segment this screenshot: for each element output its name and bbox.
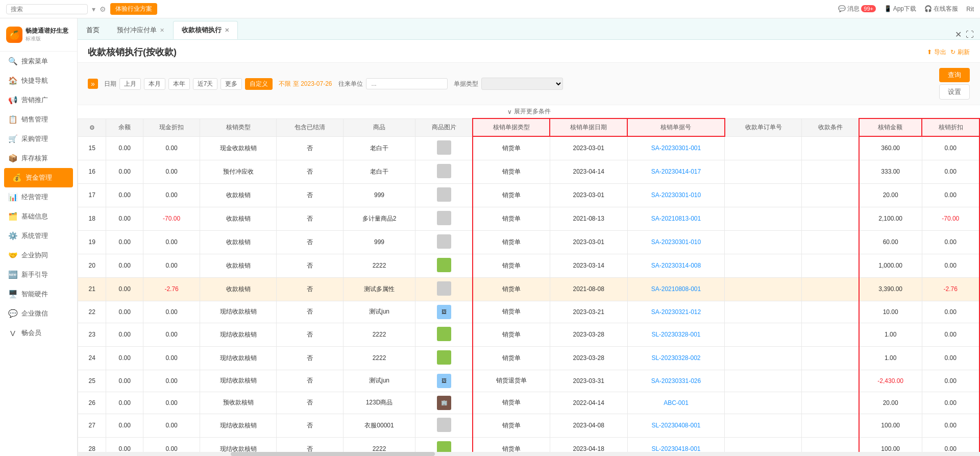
scroll-thumb[interactable] (231, 452, 435, 456)
row-writeoff-date: 2023-04-18 (550, 437, 627, 452)
query-btn[interactable]: 查询 (939, 68, 970, 82)
export-btn[interactable]: ⬆ 导出 (927, 48, 946, 57)
tab-prepay[interactable]: 预付冲应付单 ✕ (108, 21, 173, 39)
row-writeoff-type: 现结收款核销 (200, 323, 277, 346)
logo-sub: 标准版 (26, 35, 68, 42)
row-product: 2222 (343, 254, 415, 277)
row-receipt-condition (802, 207, 859, 230)
row-balance: 0.00 (106, 323, 143, 346)
date-7days[interactable]: 近7天 (193, 78, 218, 90)
row-writeoff-date: 2023-03-28 (550, 346, 627, 370)
row-cash-discount: 0.00 (143, 437, 200, 452)
row-product-img (415, 414, 473, 437)
sidebar-item-business[interactable]: 📊 经营管理 (0, 187, 77, 207)
sidebar-item-search[interactable]: 🔍 搜索菜单 (0, 52, 77, 71)
wechat-icon: 💬 (8, 309, 17, 318)
row-cash-discount: 0.00 (143, 254, 200, 277)
row-cash-discount: 0.00 (143, 160, 200, 183)
online-service-link[interactable]: 🎧 在线客服 (924, 5, 958, 13)
sidebar-item-sales[interactable]: 📋 销售管理 (0, 110, 77, 129)
col-include-settled: 包含已结清 (277, 118, 344, 136)
home-icon: 🏠 (8, 76, 17, 85)
sidebar-item-label: 智能硬件 (21, 290, 48, 299)
sidebar-item-guide[interactable]: 🆕 新手引导 (0, 265, 77, 284)
row-include-settled: 否 (277, 207, 344, 230)
row-receipt-condition (802, 346, 859, 370)
tab-home[interactable]: 首页 (78, 21, 108, 39)
doc-type-select[interactable] (481, 78, 563, 90)
dropdown-icon[interactable]: ▾ (92, 5, 95, 13)
industry-btn[interactable]: 体验行业方案 (110, 3, 157, 15)
expand-more-btn[interactable]: ∨ 展开更多条件 (507, 107, 551, 116)
row-include-settled: 否 (277, 160, 344, 183)
maximize-btn[interactable]: ⛶ (966, 30, 974, 39)
row-writeoff-discount: 0.00 (922, 183, 979, 207)
row-no: 20 (78, 254, 106, 277)
row-writeoff-doc-type: 销货单 (473, 277, 550, 301)
finance-icon: 💰 (12, 173, 21, 182)
row-writeoff-type: 现结收款核销 (200, 414, 277, 437)
sidebar-item-finance[interactable]: 💰 资金管理 (4, 168, 73, 187)
sidebar-item-label: 畅会员 (21, 328, 41, 338)
row-writeoff-doc-type: 销货单 (473, 160, 550, 183)
row-product: 123D商品 (343, 392, 415, 414)
table-row: 20 0.00 0.00 收款核销 否 2222 销货单 2023-03-14 … (78, 254, 980, 277)
page-title: 收款核销执行(按收款) (88, 46, 177, 58)
sidebar-item-marketing[interactable]: 📢 营销推广 (0, 90, 77, 110)
row-receipt-condition (802, 301, 859, 323)
app-download-link[interactable]: 📱 App下载 (884, 5, 916, 13)
row-no: 21 (78, 277, 106, 301)
row-include-settled: 否 (277, 277, 344, 301)
tab-prepay-label: 预付冲应付单 (117, 26, 157, 35)
table-row: 21 0.00 -2.76 收款核销 否 测试多属性 销货单 2021-08-0… (78, 277, 980, 301)
row-writeoff-amount: 60.00 (859, 230, 922, 254)
tab-prepay-close[interactable]: ✕ (160, 27, 164, 34)
row-include-settled: 否 (277, 370, 344, 392)
row-product: 999 (343, 183, 415, 207)
row-receipt-condition (802, 437, 859, 452)
row-receipt-order-no (725, 254, 802, 277)
row-writeoff-type: 现金收款核销 (200, 136, 277, 160)
date-last-month[interactable]: 上月 (119, 78, 141, 90)
partner-label: 往来单位 (338, 80, 363, 88)
close-window-btn[interactable]: ✕ (955, 30, 962, 39)
tab-actions: ✕ ⛶ (955, 30, 980, 39)
date-this-year[interactable]: 本年 (168, 78, 190, 90)
row-writeoff-discount: 0.00 (922, 136, 979, 160)
sidebar-item-system[interactable]: ⚙️ 系统管理 (0, 226, 77, 246)
sidebar-item-collab[interactable]: 🤝 企业协同 (0, 246, 77, 265)
row-receipt-condition (802, 392, 859, 414)
sidebar-item-hardware[interactable]: 🖥️ 智能硬件 (0, 284, 77, 304)
tab-receipt[interactable]: 收款核销执行 ✕ (173, 21, 238, 39)
sidebar-item-wechat[interactable]: 💬 企业微信 (0, 304, 77, 323)
sidebar-item-inventory[interactable]: 📦 库存核算 (0, 149, 77, 168)
refresh-btn[interactable]: ↻ 刷新 (950, 48, 970, 57)
row-cash-discount: 0.00 (143, 230, 200, 254)
date-more[interactable]: 更多 (220, 78, 242, 90)
tab-receipt-close[interactable]: ✕ (225, 27, 229, 34)
search-input[interactable] (6, 4, 88, 14)
settings-icon[interactable]: ⚙ (100, 5, 106, 13)
date-this-month[interactable]: 本月 (144, 78, 165, 90)
row-writeoff-doc-type: 销货单 (473, 437, 550, 452)
sidebar-item-member[interactable]: V 畅会员 (0, 323, 77, 343)
row-receipt-order-no (725, 323, 802, 346)
partner-input[interactable] (366, 78, 448, 89)
sidebar-item-basic[interactable]: 🗂️ 基础信息 (0, 207, 77, 226)
sidebar-item-quick[interactable]: 🏠 快捷导航 (0, 71, 77, 90)
row-receipt-order-no (725, 437, 802, 452)
row-writeoff-doc-type: 销货单 (473, 392, 550, 414)
scroll-bar[interactable] (78, 452, 980, 456)
user-label[interactable]: Rit (966, 6, 974, 13)
sidebar-item-purchase[interactable]: 🛒 采购管理 (0, 129, 77, 149)
row-product-img: 🏢 (415, 392, 473, 414)
date-custom[interactable]: 自定义 (245, 78, 273, 90)
row-receipt-condition (802, 230, 859, 254)
setting-btn[interactable]: 设置 (939, 84, 970, 100)
collapse-btn[interactable]: » (88, 79, 98, 89)
row-writeoff-no: ABC-001 (627, 392, 725, 414)
row-writeoff-discount: 0.00 (922, 392, 979, 414)
table-row: 24 0.00 0.00 现结收款核销 否 2222 销货单 2023-03-2… (78, 346, 980, 370)
message-link[interactable]: 💬 消息 99+ (838, 5, 876, 13)
col-gear[interactable]: ⚙ (78, 118, 106, 136)
